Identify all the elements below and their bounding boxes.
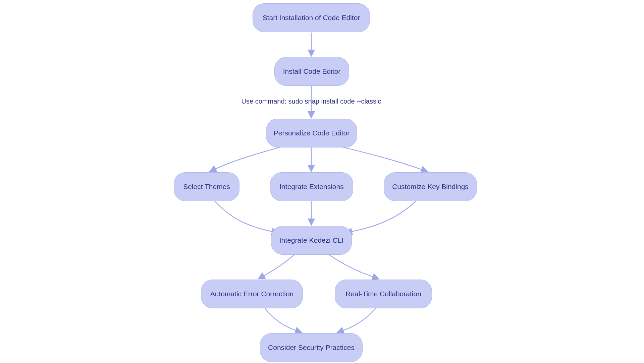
node-errorcorrection: Automatic Error Correction	[201, 280, 303, 308]
edge-keybindings-kodezi	[345, 201, 416, 233]
node-label: Real-Time Collaboration	[345, 290, 421, 298]
node-personalize: Personalize Code Editor	[266, 119, 357, 147]
node-label: Personalize Code Editor	[274, 129, 350, 137]
edge-collaboration-security	[337, 308, 376, 332]
node-collaboration: Real-Time Collaboration	[335, 280, 432, 308]
node-label: Integrate Extensions	[279, 183, 343, 191]
node-keybindings: Customize Key Bindings	[384, 172, 477, 201]
flowchart-canvas: Start Installation of Code Editor Instal…	[0, 0, 644, 363]
node-start: Start Installation of Code Editor	[253, 3, 370, 32]
node-themes: Select Themes	[174, 172, 239, 201]
node-label: Install Code Editor	[283, 67, 341, 75]
node-security: Consider Security Practices	[260, 333, 363, 362]
node-label: Select Themes	[183, 183, 230, 191]
node-kodezi: Integrate Kodezi CLI	[271, 226, 352, 255]
node-label: Automatic Error Correction	[210, 290, 294, 298]
edge-errorcorrection-security	[265, 308, 302, 332]
edge-kodezi-errorcorrection	[258, 254, 295, 279]
node-install: Install Code Editor	[274, 57, 349, 86]
edge-personalize-keybindings	[339, 146, 428, 172]
node-extensions: Integrate Extensions	[270, 172, 353, 201]
edge-personalize-themes	[210, 146, 284, 172]
edge-themes-kodezi	[215, 201, 278, 233]
edge-label-install-personalize: Use command: sudo snap install code --cl…	[241, 98, 381, 105]
node-label: Start Installation of Code Editor	[263, 14, 360, 22]
edge-kodezi-collaboration	[328, 254, 379, 279]
node-label: Customize Key Bindings	[392, 183, 469, 191]
node-label: Consider Security Practices	[268, 344, 355, 352]
node-label: Integrate Kodezi CLI	[279, 236, 343, 244]
